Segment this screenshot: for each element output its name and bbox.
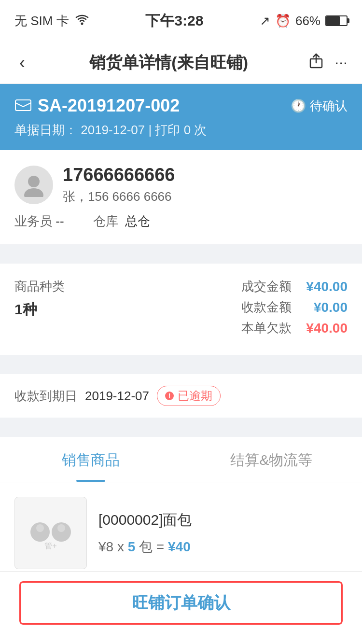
customer-meta: 业务员 -- 仓库 总仓 (14, 213, 348, 230)
nav-bar: ‹ 销货单详情(来自旺铺) ··· (0, 42, 362, 84)
overdue-icon: ! (165, 392, 174, 400)
clock-icon: 🕐 (291, 98, 306, 113)
order-date-line: 单据日期： 2019-12-07 | 打印 0 次 (14, 122, 348, 139)
location-icon: ↗ (260, 14, 270, 28)
tabs-section: 销售商品 结算&物流等 (0, 437, 362, 482)
divider-3 (0, 427, 362, 437)
tab-settlement[interactable]: 结算&物流等 (181, 437, 362, 482)
due-date-value: 2019-12-07 (85, 389, 149, 404)
nav-actions: ··· (307, 52, 348, 73)
warehouse-value: 总仓 (125, 214, 150, 228)
product-total: ¥40 (168, 539, 191, 554)
battery-pct: 66% (295, 14, 320, 28)
svg-rect-3 (15, 100, 31, 111)
status-bar: 无 SIM 卡 下午3:28 ↗ ⏰ 66% (0, 0, 362, 42)
tabs-container: 销售商品 结算&物流等 (0, 437, 362, 482)
amount-row-received: 收款金额 ¥0.00 (241, 299, 348, 316)
product-details: [0000002]面包 ¥8 x 5 包 = ¥40 (98, 510, 348, 556)
product-code-name: [0000002]面包 (98, 510, 348, 530)
amount-summary: 成交金额 ¥40.00 收款金额 ¥0.00 本单欠款 ¥40.00 (241, 278, 348, 340)
product-type-info: 商品种类 1种 (14, 278, 65, 320)
bottom-action-bar: 旺铺订单确认 (0, 571, 362, 644)
order-icon (14, 96, 32, 116)
product-list-item: 管+ [0000002]面包 ¥8 x 5 包 = ¥40 (0, 482, 362, 584)
received-amount: ¥0.00 (299, 300, 348, 315)
svg-text:管+: 管+ (44, 542, 56, 550)
svg-point-0 (81, 22, 83, 25)
battery-icon (325, 15, 348, 26)
status-right: ↗ ⏰ 66% (260, 14, 348, 28)
deal-amount: ¥40.00 (299, 279, 348, 294)
product-type-value: 1种 (14, 300, 65, 320)
svg-point-4 (28, 176, 40, 187)
status-time: 下午3:28 (145, 11, 203, 31)
tab-sales-products[interactable]: 销售商品 (0, 437, 181, 482)
overdue-badge: ! 已逾期 (157, 386, 221, 406)
salesperson-field: 业务员 -- (14, 213, 64, 230)
order-header-card: SA-20191207-002 🕐 待确认 单据日期： 2019-12-07 |… (0, 84, 362, 150)
order-id: SA-20191207-002 (14, 96, 180, 116)
customer-info: 17666666666 张，156 6666 6666 (63, 165, 175, 205)
svg-point-9 (57, 524, 65, 532)
back-button[interactable]: ‹ (14, 48, 30, 78)
page-title: 销货单详情(来自旺铺) (89, 52, 248, 74)
product-price-formula: ¥8 x 5 包 = ¥40 (98, 538, 348, 556)
due-date-section: 收款到期日 2019-12-07 ! 已逾期 (0, 374, 362, 418)
warehouse-field: 仓库 总仓 (93, 213, 150, 230)
divider-2 (0, 364, 362, 374)
summary-section: 商品种类 1种 成交金额 ¥40.00 收款金额 ¥0.00 本单欠款 ¥40.… (0, 264, 362, 355)
svg-point-5 (24, 188, 43, 197)
more-button[interactable]: ··· (334, 54, 348, 71)
wifi-icon (75, 14, 89, 28)
customer-section: 17666666666 张，156 6666 6666 业务员 -- 仓库 总仓 (0, 150, 362, 244)
svg-point-7 (36, 524, 44, 532)
divider-1 (0, 254, 362, 264)
customer-phone: 17666666666 (63, 165, 175, 185)
product-qty: 5 (128, 539, 136, 554)
salesperson-value: -- (56, 214, 64, 228)
alarm-icon: ⏰ (275, 14, 291, 28)
carrier-text: 无 SIM 卡 (14, 13, 69, 29)
customer-name-phone: 张，156 6666 6666 (63, 188, 175, 205)
order-status-badge: 🕐 待确认 (291, 98, 348, 114)
amount-row-owed: 本单欠款 ¥40.00 (241, 320, 348, 336)
status-left: 无 SIM 卡 (14, 13, 89, 29)
amount-row-deal: 成交金额 ¥40.00 (241, 278, 348, 295)
product-thumbnail: 管+ (14, 497, 87, 569)
avatar (14, 166, 53, 204)
confirm-order-button[interactable]: 旺铺订单确认 (19, 581, 343, 625)
owed-amount: ¥40.00 (299, 321, 348, 336)
share-button[interactable] (307, 52, 325, 73)
